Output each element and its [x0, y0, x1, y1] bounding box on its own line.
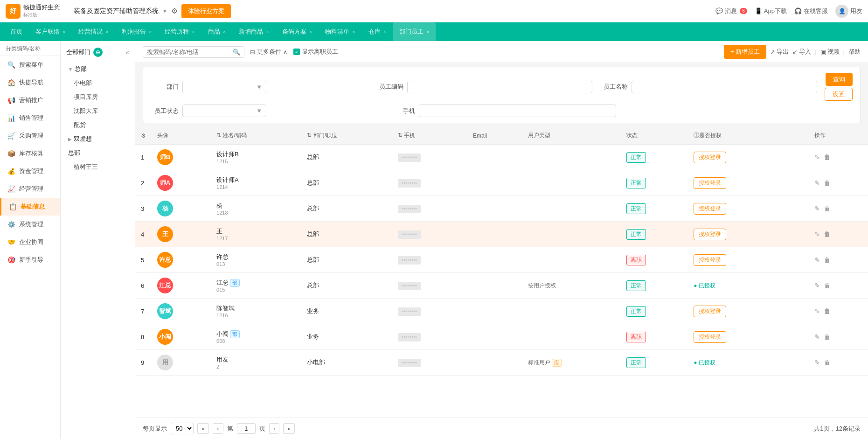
close-icon[interactable]: × — [149, 29, 152, 35]
system-dropdown-arrow[interactable]: ▼ — [162, 8, 167, 14]
edit-icon[interactable]: ✎ — [814, 230, 820, 238]
tree-node-dual[interactable]: ▶ 双虚想 — [61, 132, 135, 146]
tree-node-xiaodian[interactable]: 小电部 — [66, 76, 135, 90]
close-icon[interactable]: × — [223, 29, 226, 35]
close-icon[interactable]: × — [383, 29, 386, 35]
emp-name-input[interactable] — [632, 81, 817, 93]
tab-bom[interactable]: 物料清单 × — [319, 22, 361, 41]
import-btn[interactable]: ↙ 导入 — [792, 48, 811, 56]
user-item[interactable]: 👤 用友 — [835, 5, 862, 18]
tree-node-headquarters-parent[interactable]: ▼ 总部 — [61, 62, 135, 76]
close-icon[interactable]: × — [266, 29, 269, 35]
search-icon[interactable]: 🔍 — [233, 49, 240, 56]
dept-add-btn[interactable]: ⊕ — [93, 48, 103, 57]
tree-node-distribution[interactable]: 配货 — [66, 118, 135, 132]
close-icon[interactable]: × — [192, 29, 194, 35]
col-name[interactable]: ⇅ 姓名/编码 — [211, 127, 301, 145]
edit-icon[interactable]: ✎ — [814, 205, 820, 212]
online-service-item[interactable]: 🎧 在线客服 — [794, 7, 828, 15]
auth-button[interactable]: 授权登录 — [694, 331, 726, 343]
auth-button[interactable]: 授权登录 — [694, 229, 726, 240]
edit-icon[interactable]: ✎ — [814, 153, 820, 161]
message-item[interactable]: 💬 消息 6 — [715, 7, 747, 15]
page-input[interactable] — [237, 423, 256, 434]
search-input[interactable] — [147, 49, 231, 56]
tree-node-shenyang[interactable]: 沈阳大库 — [66, 104, 135, 118]
delete-icon[interactable]: 🗑 — [824, 282, 830, 289]
emp-code-input[interactable] — [407, 81, 593, 93]
edit-icon[interactable]: ✎ — [814, 333, 820, 341]
edit-icon[interactable]: ✎ — [814, 179, 820, 187]
col-dept[interactable]: ⇅ 部门/职位 — [301, 127, 392, 145]
next-page-btn[interactable]: › — [269, 423, 279, 434]
sidebar-item-business[interactable]: 📈经营管理 — [0, 180, 60, 198]
tab-home[interactable]: 首页 — [4, 22, 29, 41]
phone-input[interactable] — [419, 105, 616, 117]
delete-icon[interactable]: 🗑 — [824, 230, 830, 238]
tab-history[interactable]: 经营历程 × — [158, 22, 201, 41]
close-icon[interactable]: × — [309, 29, 312, 35]
first-page-btn[interactable]: « — [197, 423, 209, 434]
query-button[interactable]: 查询 — [826, 73, 853, 86]
col-gear[interactable]: ⚙ — [135, 127, 152, 145]
tab-barcode[interactable]: 条码方案 × — [276, 22, 319, 41]
sidebar-item-system[interactable]: ⚙️系统管理 — [0, 216, 60, 233]
delete-icon[interactable]: 🗑 — [824, 256, 830, 264]
reset-button[interactable]: 设置 — [825, 88, 853, 101]
edit-icon[interactable]: ✎ — [814, 282, 820, 289]
edit-icon[interactable]: ✎ — [814, 359, 820, 366]
app-download-item[interactable]: 📱 App下载 — [755, 7, 787, 15]
delete-icon[interactable]: 🗑 — [824, 205, 830, 212]
tab-profit[interactable]: 利润报告 × — [115, 22, 158, 41]
tab-warehouse[interactable]: 仓库 × — [362, 22, 393, 41]
auth-button[interactable]: 授权登录 — [694, 177, 726, 189]
export-btn[interactable]: ↗ 导出 — [770, 48, 789, 56]
collapse-btn[interactable]: « — [125, 49, 129, 56]
sidebar-item-marketing[interactable]: 📢营销推广 — [0, 91, 60, 109]
prev-page-btn[interactable]: ‹ — [213, 423, 223, 434]
delete-icon[interactable]: 🗑 — [824, 307, 830, 315]
auth-button[interactable]: 授权登录 — [694, 203, 726, 215]
sidebar-search-input[interactable] — [6, 45, 61, 52]
dept-select[interactable]: ▼ — [182, 81, 266, 93]
emp-status-select[interactable]: ▼ — [182, 105, 266, 117]
delete-icon[interactable]: 🗑 — [824, 333, 830, 341]
tree-node-hq[interactable]: 总部 — [61, 146, 135, 160]
close-icon[interactable]: × — [105, 29, 108, 35]
view-btn[interactable]: ▣ 视频 — [820, 48, 840, 56]
sidebar-item-search[interactable]: 🔍搜索菜单 — [0, 56, 60, 74]
tree-node-planting[interactable]: 植树王三 — [66, 160, 135, 174]
edit-icon[interactable]: ✎ — [814, 307, 820, 315]
sidebar-item-basic[interactable]: 📋基础信息 — [0, 198, 60, 216]
col-phone[interactable]: ⇅ 手机 — [392, 127, 467, 145]
tab-employees[interactable]: 部门员工 × — [393, 22, 436, 41]
sidebar-item-collab[interactable]: 🤝企业协同 — [0, 233, 60, 251]
delete-icon[interactable]: 🗑 — [824, 359, 830, 366]
trial-button[interactable]: 体验行业方案 — [181, 4, 231, 18]
close-icon[interactable]: × — [62, 29, 65, 35]
sidebar-item-purchase[interactable]: 🛒采购管理 — [0, 127, 60, 145]
help-btn[interactable]: 帮助 — [848, 48, 861, 56]
auth-button[interactable]: 授权登录 — [694, 306, 726, 317]
auth-button[interactable]: 授权登录 — [694, 254, 726, 266]
sidebar-item-sales[interactable]: 📊销售管理 — [0, 109, 60, 127]
more-filters-btn[interactable]: ⊟ 更多条件 ∧ — [250, 48, 288, 56]
last-page-btn[interactable]: » — [283, 423, 295, 434]
tab-customer[interactable]: 客户联络 × — [29, 22, 72, 41]
tab-add-goods[interactable]: 新增商品 × — [232, 22, 275, 41]
close-icon-active[interactable]: × — [426, 29, 429, 35]
sidebar-item-stock[interactable]: 📦库存核算 — [0, 145, 60, 162]
tab-goods[interactable]: 商品 × — [201, 22, 232, 41]
per-page-select[interactable]: 50 — [171, 423, 194, 434]
add-employee-button[interactable]: + 新增员工 — [724, 45, 766, 59]
settings-icon[interactable]: ⚙ — [171, 7, 178, 15]
show-resigned-toggle[interactable]: ✓ 显示离职员工 — [293, 48, 338, 56]
sidebar-item-nav[interactable]: 🏠快捷导航 — [0, 74, 60, 91]
sidebar-item-finance[interactable]: 💰资金管理 — [0, 162, 60, 180]
delete-icon[interactable]: 🗑 — [824, 153, 830, 161]
edit-icon[interactable]: ✎ — [814, 256, 820, 264]
auth-button[interactable]: 授权登录 — [694, 152, 726, 163]
sidebar-item-guide[interactable]: 🎯新手引导 — [0, 251, 60, 269]
tree-node-project[interactable]: 项目库房 — [66, 90, 135, 104]
close-icon[interactable]: × — [352, 29, 355, 35]
